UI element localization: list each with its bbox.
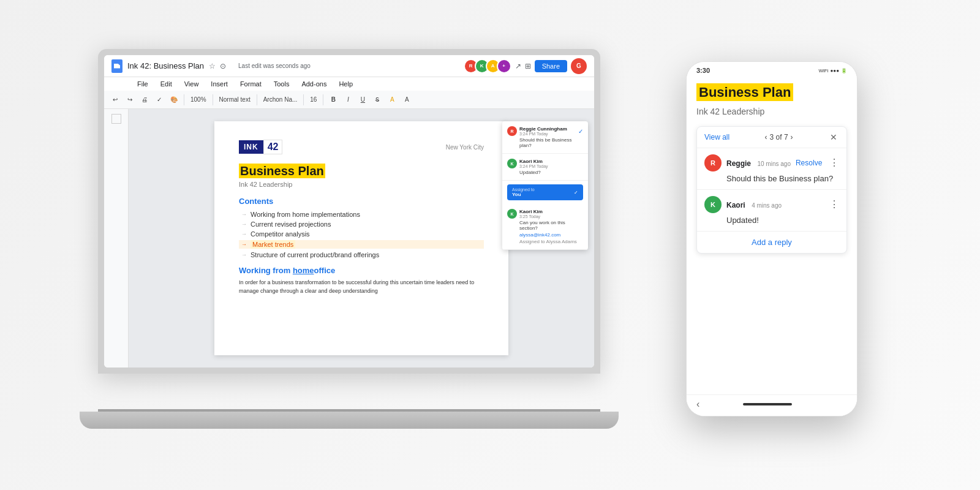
menu-tools[interactable]: Tools [271,79,292,89]
add-reply-button[interactable]: Add a reply [752,238,792,247]
prev-arrow-icon[interactable]: ‹ [765,133,767,141]
assign-label: Assigned to You [512,187,535,197]
bold-button[interactable]: B [327,94,339,106]
assigned-to-label: Assigned to [512,187,535,192]
next-arrow-icon[interactable]: › [791,133,793,141]
outline-toggle[interactable] [111,114,121,124]
phone-comment-thread: View all ‹ 3 of 7 › ✕ R Regg [696,126,847,254]
comment-3-name: Kaori Kim [519,209,543,214]
close-thread-button[interactable]: ✕ [828,132,839,143]
section2-heading: Working from homeoffice [239,266,484,275]
avatar-4: + [497,59,511,74]
menu-edit[interactable]: Edit [158,79,175,89]
phone-comment-1: R Reggie 10 mins ago Resolve ⋮ Should th… [697,148,846,190]
battery-icon: 🔋 [841,68,847,74]
resolve-button[interactable]: Resolve [796,159,822,167]
share-button[interactable]: Share [535,60,567,72]
highlight-button[interactable]: A [386,94,398,106]
logo-row: INK 42 New York City [239,140,484,154]
redo-button[interactable]: ↪ [124,94,136,106]
toc-arrow-1: → [241,211,247,217]
signal-icon: ●●● [831,68,840,74]
doc-icon [111,59,123,73]
comment-more-icon[interactable]: ⋮ [829,157,839,168]
phone-comment-2-avatar: K [704,196,722,213]
toolbar-divider-2 [213,94,213,105]
laptop: Ink 42: Business Plan ☆ ⊙ Last edit was … [98,49,631,429]
comment-1-header: R Reggie Cunningham 3:24 PM Today ✓ [507,126,583,136]
italic-button[interactable]: I [342,94,354,106]
print-button[interactable]: 🖨 [138,94,151,106]
menu-addons[interactable]: Add-ons [299,79,329,89]
toolbar-divider-5 [323,94,323,105]
present-icon[interactable]: ↗ [515,62,521,70]
toc-text-4: Market trends [251,240,295,249]
account-avatar[interactable]: G [571,58,587,74]
laptop-screen-outer: Ink 42: Business Plan ☆ ⊙ Last edit was … [98,49,600,374]
toc-text-1: Working from home implementations [251,211,360,218]
menu-insert[interactable]: Insert [208,79,230,89]
toc-item-4: → Market trends [239,240,484,249]
doc-page: INK 42 New York City Business Plan Ink 4… [214,121,508,355]
reply-area[interactable]: Add a reply [697,232,846,253]
font-name[interactable]: Archon Na... [261,96,300,103]
logo-number: 42 [263,140,283,154]
star-icon[interactable]: ☆ [209,62,217,70]
phone-status-bar: 3:30 WiFi ●●● 🔋 [687,62,857,77]
comment-2-text: Updated? [507,170,583,175]
underline-button[interactable]: U [356,94,369,106]
doc-title: Ink 42: Business Plan [127,61,204,70]
laptop-base [80,412,619,429]
comment-2: K Kaori Kim 3:24 PM Today Updated? [502,154,588,181]
view-all-button[interactable]: View all [704,133,729,141]
comment-3: K Kaori Kim 3:25 Today Can you work on t… [502,204,588,250]
phone-doc-title: Business Plan [696,83,793,101]
phone-comment-1-avatar: R [704,154,722,172]
text-color-button[interactable]: A [401,94,413,106]
phone-home-indicator[interactable] [743,403,792,405]
toolbar: ↩ ↪ 🖨 ✓ 🎨 100% Normal text Archon Na... … [104,91,594,109]
menu-help[interactable]: Help [336,79,355,89]
toc-item-5: → Structure of current product/brand off… [239,251,484,258]
comment-1-time: 3:24 PM Today [519,132,567,136]
comment-1: R Reggie Cunningham 3:24 PM Today ✓ Shou… [502,121,588,154]
phone-back-icon[interactable]: ‹ [696,399,699,410]
strikethrough-button[interactable]: S̶ [371,94,383,106]
grid-icon[interactable]: ⊞ [525,62,531,70]
cloud-icon[interactable]: ⊙ [220,62,228,70]
comment-1-check[interactable]: ✓ [578,128,583,135]
docs-body: INK 42 New York City Business Plan Ink 4… [104,109,594,368]
toolbar-divider-4 [303,94,304,105]
phone-outer: 3:30 WiFi ●●● 🔋 Business Plan Ink 42 Lea… [686,61,858,417]
phone-comment-1-info: Reggie 10 mins ago [726,157,791,168]
assign-action[interactable]: Assigned to You ✓ [507,184,583,200]
toolbar-divider-1 [184,94,184,105]
font-size[interactable]: 16 [307,96,319,103]
ink-text: INK [239,140,263,154]
google-docs-app: Ink 42: Business Plan ☆ ⊙ Last edit was … [104,55,594,368]
toc-arrow-3: → [241,231,247,237]
menu-file[interactable]: File [135,79,151,89]
menu-format[interactable]: Format [238,79,264,89]
comment-2-more-icon[interactable]: ⋮ [829,198,839,210]
menu-bar: File Edit View Insert Format Tools Add-o… [104,77,594,91]
thread-header: View all ‹ 3 of 7 › ✕ [697,127,846,148]
phone-doc-subtitle: Ink 42 Leadership [696,107,847,116]
scene: Ink 42: Business Plan ☆ ⊙ Last edit was … [0,0,980,490]
spellcheck-button[interactable]: ✓ [153,94,165,106]
toc-item-2: → Current revised projections [239,221,484,228]
menu-view[interactable]: View [182,79,202,89]
assign-check-icon: ✓ [574,190,578,195]
title-icons: ☆ ⊙ [209,62,228,70]
paint-format-button[interactable]: 🎨 [168,94,180,106]
undo-button[interactable]: ↩ [109,94,121,106]
toc-arrow-5: → [241,252,247,258]
zoom-level[interactable]: 100% [188,96,209,103]
text-style[interactable]: Normal text [217,96,253,103]
nav-arrows: ‹ 3 of 7 › [765,133,793,141]
comment-2-header: K Kaori Kim 3:24 PM Today [507,159,583,168]
city-text: New York City [446,144,484,151]
toc-arrow-2: → [241,221,247,227]
comment-1-info: Reggie Cunningham 3:24 PM Today [519,126,567,136]
toolbar-divider-3 [257,94,257,105]
